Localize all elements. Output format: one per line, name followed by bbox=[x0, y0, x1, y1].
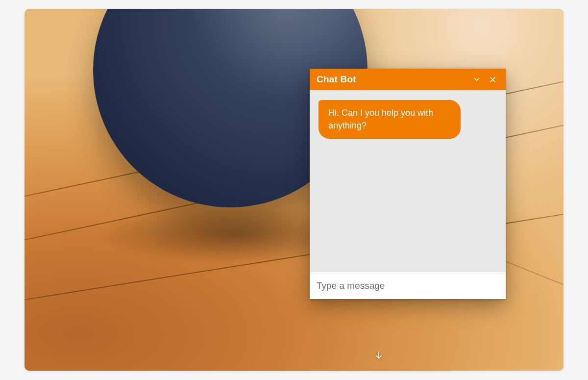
minimize-button[interactable] bbox=[470, 73, 483, 86]
arrow-down-icon bbox=[374, 350, 384, 360]
close-button[interactable] bbox=[486, 73, 499, 86]
scroll-down-indicator[interactable] bbox=[373, 349, 385, 361]
chat-header: Chat Bot bbox=[310, 69, 506, 90]
chat-widget: Chat Bot Hi. Can I you help you with any… bbox=[310, 69, 506, 299]
message-input[interactable] bbox=[317, 280, 499, 291]
chevron-down-icon bbox=[473, 76, 481, 83]
hero-frame: Chat Bot Hi. Can I you help you with any… bbox=[24, 9, 564, 371]
bot-message-bubble: Hi. Can I you help you with anything? bbox=[318, 100, 461, 139]
chat-input-row bbox=[310, 272, 506, 299]
chat-messages: Hi. Can I you help you with anything? bbox=[310, 90, 506, 272]
close-icon bbox=[489, 76, 496, 83]
chat-title: Chat Bot bbox=[317, 74, 470, 85]
